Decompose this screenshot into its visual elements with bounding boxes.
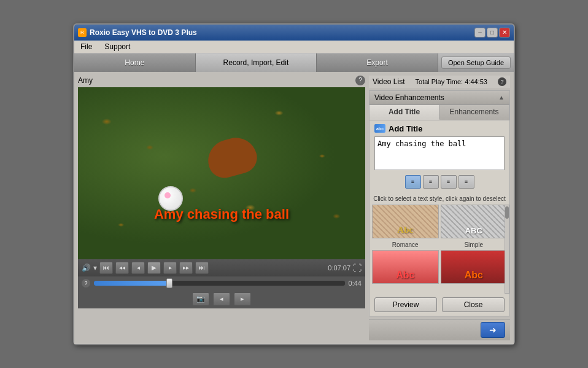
right-panel: Video List Total Play Time: 4:44:53 ? Vi… xyxy=(369,76,510,340)
video-panel: Amy ? Amy chasing the ball 🔊 ▾ ⏮ ◂◂ ◂ xyxy=(78,76,365,340)
close-button[interactable]: ✕ xyxy=(499,28,510,37)
video-list-label: Video List xyxy=(373,77,404,86)
style-col-left: Abc Romance Abc xyxy=(372,205,439,294)
volume-icon[interactable]: 🔊 xyxy=(82,264,91,272)
fullscreen-button[interactable]: ⛶ xyxy=(353,263,362,273)
capture-frame-button[interactable]: 📷 xyxy=(192,292,209,306)
title-input[interactable] xyxy=(374,136,505,170)
play-button[interactable]: ▶ xyxy=(147,262,161,274)
menu-bar: File Support xyxy=(74,41,514,53)
video-screen: Amy chasing the ball xyxy=(78,87,365,259)
main-area: Amy ? Amy chasing the ball 🔊 ▾ ⏮ ◂◂ ◂ xyxy=(74,72,514,344)
timeline-thumb[interactable] xyxy=(166,278,172,288)
open-setup-guide-button[interactable]: Open Setup Guide xyxy=(441,57,511,69)
total-play-time: Total Play Time: 4:44:53 xyxy=(416,78,487,85)
timeline-track[interactable] xyxy=(94,281,345,286)
window-controls: – □ ✕ xyxy=(474,28,510,37)
bottom-bar: 📷 ◂ ▸ xyxy=(78,290,365,308)
timeline-help-icon[interactable]: ? xyxy=(82,279,90,288)
video-list-bar: Video List Total Play Time: 4:44:53 ? xyxy=(369,76,510,88)
style-col-right: ABC Simple Abc xyxy=(441,205,508,294)
trim-forward-button[interactable]: ▸ xyxy=(234,292,251,306)
time-display: 0:07:07 xyxy=(328,264,350,272)
next-arrow-icon: ➜ xyxy=(489,325,497,335)
tab-export[interactable]: Export xyxy=(317,53,438,72)
scrollbar-thumb[interactable] xyxy=(505,206,509,219)
frame-forward-button[interactable]: ▸▸ xyxy=(179,262,193,274)
footer-bar: ➜ xyxy=(369,319,510,340)
style-simple-label: Simple xyxy=(441,241,508,248)
add-title-icon: abc xyxy=(374,124,385,133)
text-align-buttons: ≡ ≡ ≡ ≡ xyxy=(374,175,505,189)
align-left-button[interactable]: ≡ xyxy=(405,175,421,189)
close-title-button[interactable]: Close xyxy=(442,297,505,312)
timeline-fill xyxy=(94,281,169,286)
preview-button[interactable]: Preview xyxy=(374,297,437,312)
skip-to-start-button[interactable]: ⏮ xyxy=(99,262,113,274)
title-bar-left: R Roxio Easy VHS to DVD 3 Plus xyxy=(78,28,197,37)
align-justify-button[interactable]: ≡ xyxy=(458,175,474,189)
enhancements-header: Video Enhancements ▲ xyxy=(369,91,509,105)
enhancements-title: Video Enhancements xyxy=(374,93,444,102)
style-red1-text: Abc xyxy=(396,270,414,281)
step-forward-button[interactable]: ▸ xyxy=(163,262,177,274)
next-button[interactable]: ➜ xyxy=(481,322,505,338)
align-right-button[interactable]: ≡ xyxy=(441,175,457,189)
align-center-button[interactable]: ≡ xyxy=(423,175,439,189)
frame-back-button[interactable]: ◂◂ xyxy=(115,262,129,274)
collapse-button[interactable]: ▲ xyxy=(498,94,505,101)
tab-record-import-edit[interactable]: Record, Import, Edit xyxy=(196,53,317,72)
video-label-bar: Amy ? xyxy=(78,76,365,85)
style-red1-label xyxy=(372,287,439,294)
add-title-header: abc Add Title xyxy=(374,124,505,133)
enhancements-tab-bar: Add Title Enhancements xyxy=(369,105,509,120)
select-style-instruction: Click to select a text style, click agai… xyxy=(369,195,509,202)
ball-spots xyxy=(164,192,171,198)
volume-dropdown-icon[interactable]: ▾ xyxy=(93,264,97,272)
preview-close-bar: Preview Close xyxy=(369,294,509,316)
maximize-button[interactable]: □ xyxy=(487,28,498,37)
add-title-label: Add Title xyxy=(389,124,422,133)
skip-to-end-button[interactable]: ⏭ xyxy=(195,262,209,274)
tab-add-title[interactable]: Add Title xyxy=(369,105,439,120)
style-red2-text: Abc xyxy=(465,270,483,281)
main-window: R Roxio Easy VHS to DVD 3 Plus – □ ✕ Fil… xyxy=(73,23,515,345)
style-red2-label xyxy=(441,287,508,294)
style-red2[interactable]: Abc xyxy=(441,250,508,284)
add-title-section: abc Add Title ≡ ≡ ≡ ≡ xyxy=(369,120,509,192)
title-bar: R Roxio Easy VHS to DVD 3 Plus – □ ✕ xyxy=(74,25,514,41)
video-help-icon[interactable]: ? xyxy=(355,76,365,85)
enhancements-panel: Video Enhancements ▲ Add Title Enhanceme… xyxy=(369,90,510,316)
minimize-button[interactable]: – xyxy=(474,28,485,37)
style-red1[interactable]: Abc xyxy=(372,250,439,284)
video-name-label: Amy xyxy=(78,76,93,85)
menu-support[interactable]: Support xyxy=(102,42,133,52)
style-romance-text: Abc xyxy=(397,225,413,235)
step-back-button[interactable]: ◂ xyxy=(131,262,145,274)
style-simple[interactable]: ABC xyxy=(441,205,508,238)
style-scrollbar[interactable] xyxy=(505,205,509,294)
nav-bar: Home Record, Import, Edit Export Open Se… xyxy=(74,53,514,72)
style-romance[interactable]: Abc xyxy=(372,205,439,238)
style-grid: Abc Romance Abc ABC Simple xyxy=(369,205,509,294)
style-simple-text: ABC xyxy=(465,226,482,235)
total-time-info-icon[interactable]: ? xyxy=(498,77,506,86)
tab-home[interactable]: Home xyxy=(74,53,196,72)
menu-file[interactable]: File xyxy=(78,42,95,52)
video-title-overlay: Amy chasing the ball xyxy=(154,206,289,222)
window-title: Roxio Easy VHS to DVD 3 Plus xyxy=(90,28,197,37)
tab-enhancements[interactable]: Enhancements xyxy=(439,105,509,120)
video-controls-bar: 🔊 ▾ ⏮ ◂◂ ◂ ▶ ▸ ▸▸ ⏭ 0:07:07 ⛶ xyxy=(78,259,365,276)
trim-back-button[interactable]: ◂ xyxy=(213,292,230,306)
style-romance-label: Romance xyxy=(372,241,439,248)
timeline-end-time: 0:44 xyxy=(349,280,362,287)
timeline-bar: ? 0:44 xyxy=(78,276,365,290)
app-icon: R xyxy=(78,28,87,37)
